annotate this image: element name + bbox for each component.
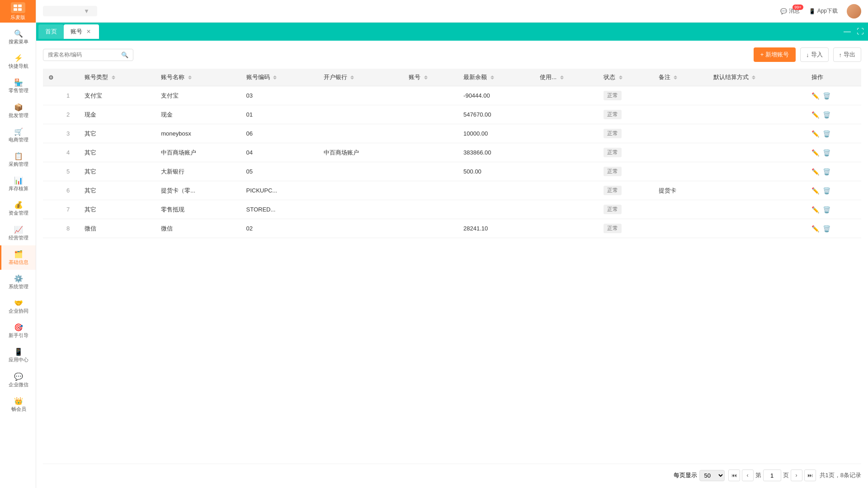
delete-icon[interactable]: 🗑️: [823, 130, 830, 137]
sidebar-item-finance-mgmt[interactable]: 💰 资金管理: [0, 196, 36, 221]
gear-icon[interactable]: ⚙: [48, 74, 54, 81]
row-gear: [43, 124, 61, 143]
col-balance[interactable]: 最新余额: [458, 69, 534, 86]
page-first-button[interactable]: ⏮: [728, 469, 740, 481]
row-status: 正常: [598, 86, 653, 105]
user-avatar[interactable]: [847, 4, 861, 19]
edit-icon[interactable]: ✏️: [811, 92, 819, 99]
tab-minimize-icon[interactable]: —: [842, 26, 853, 38]
row-actions: ✏️ 🗑️: [806, 143, 861, 162]
edit-icon[interactable]: ✏️: [811, 149, 819, 156]
col-index: [61, 69, 79, 86]
delete-icon[interactable]: 🗑️: [823, 225, 830, 232]
status-badge: 正常: [604, 110, 622, 119]
col-actions: 操作: [806, 69, 861, 86]
edit-icon[interactable]: ✏️: [811, 225, 819, 232]
tab-account[interactable]: 账号 ✕: [64, 24, 99, 39]
delete-icon[interactable]: 🗑️: [823, 92, 830, 99]
row-index: 5: [61, 162, 79, 181]
top-search-input[interactable]: [47, 8, 84, 14]
row-default-payment: [708, 181, 806, 200]
edit-icon[interactable]: ✏️: [811, 111, 819, 118]
page-total-info: 共1页，8条记录: [820, 471, 861, 479]
sidebar-item-search-menu[interactable]: 🔍 搜索菜单: [0, 25, 36, 49]
col-remark[interactable]: 备注: [653, 69, 708, 86]
sidebar-item-member[interactable]: 👑 畅会员: [0, 392, 36, 417]
edit-icon[interactable]: ✏️: [811, 206, 819, 213]
message-button[interactable]: 💬 消息 99+: [780, 7, 800, 15]
row-default-payment: [708, 105, 806, 124]
search-icon: 🔍: [121, 52, 128, 58]
delete-icon[interactable]: 🗑️: [823, 206, 830, 213]
row-type: 其它: [79, 200, 156, 219]
table-row: 7 其它 零售抵现 STORED... 正常 ✏️ 🗑️: [43, 200, 861, 219]
sidebar-item-purchase-mgmt[interactable]: 📋 采购管理: [0, 147, 36, 172]
export-button[interactable]: ↑ 导出: [833, 47, 862, 62]
page-size-select: 每页显示 50 100 200: [674, 470, 725, 481]
delete-icon[interactable]: 🗑️: [823, 187, 830, 194]
page-next-button[interactable]: ›: [791, 469, 802, 481]
page-suffix: 页: [783, 471, 789, 479]
sort-account-icon: [424, 75, 428, 80]
col-name[interactable]: 账号名称: [156, 69, 241, 86]
col-status[interactable]: 状态: [598, 69, 653, 86]
sort-code-icon: [273, 75, 277, 80]
edit-icon[interactable]: ✏️: [811, 130, 819, 137]
sidebar-item-quick-nav[interactable]: ⚡ 快捷导航: [0, 49, 36, 74]
tab-maximize-icon[interactable]: ⛶: [855, 26, 866, 38]
table-row: 8 微信 微信 02 28241.10 正常 ✏️ 🗑️: [43, 219, 861, 238]
row-account: [403, 86, 458, 105]
sidebar-item-inventory-mgmt[interactable]: 📊 库存核算: [0, 172, 36, 196]
sidebar-item-retail-mgmt[interactable]: 🏪 零售管理: [0, 74, 36, 98]
sidebar-item-app-center[interactable]: 📱 应用中心: [0, 343, 36, 367]
page-number-input[interactable]: [763, 469, 781, 481]
page-last-button[interactable]: ⏭: [804, 469, 816, 481]
search-input[interactable]: [48, 52, 119, 58]
status-badge: 正常: [604, 91, 622, 100]
sidebar-item-label: 搜索菜单: [9, 39, 28, 45]
sidebar-item-operation-mgmt[interactable]: 📈 经营管理: [0, 221, 36, 245]
top-header: ▼ 💬 消息 99+ 📱 App下载: [36, 0, 868, 23]
edit-icon[interactable]: ✏️: [811, 168, 819, 175]
delete-icon[interactable]: 🗑️: [823, 111, 830, 118]
tab-close-icon[interactable]: ✕: [85, 28, 92, 35]
delete-icon[interactable]: 🗑️: [823, 149, 830, 156]
sidebar-item-ecommerce-mgmt[interactable]: 🛒 电商管理: [0, 123, 36, 147]
sidebar-item-enterprise-wechat[interactable]: 💬 企业微信: [0, 368, 36, 392]
tab-home-label: 首页: [45, 28, 57, 36]
sidebar-item-system-mgmt[interactable]: ⚙️ 系统管理: [0, 270, 36, 294]
row-index: 2: [61, 105, 79, 124]
row-account: [403, 219, 458, 238]
search-box[interactable]: 🔍: [43, 49, 133, 61]
sidebar-item-enterprise-agreement[interactable]: 🤝 企业协同: [0, 294, 36, 319]
tab-home[interactable]: 首页: [38, 24, 64, 39]
row-balance: 383866.00: [458, 143, 534, 162]
table-row: 3 其它 moneybosx 06 10000.00 正常 ✏️ 🗑️: [43, 124, 861, 143]
per-page-select[interactable]: 50 100 200: [699, 470, 725, 481]
sidebar-item-label: 经营管理: [9, 235, 28, 241]
row-index: 7: [61, 200, 79, 219]
export-icon: ↑: [839, 52, 842, 58]
sidebar-item-wholesale-mgmt[interactable]: 📦 批发管理: [0, 99, 36, 123]
top-search-box[interactable]: ▼: [43, 6, 97, 16]
col-bank[interactable]: 开户银行: [318, 69, 403, 86]
row-type: 微信: [79, 219, 156, 238]
sidebar-item-new-guide[interactable]: 🎯 新手引导: [0, 319, 36, 343]
row-gear: [43, 181, 61, 200]
col-default-payment[interactable]: 默认结算方式: [708, 69, 806, 86]
col-account[interactable]: 账号: [403, 69, 458, 86]
row-code: 05: [241, 162, 318, 181]
edit-icon[interactable]: ✏️: [811, 187, 819, 194]
sidebar-item-label: 畅会员: [11, 406, 26, 412]
add-account-button[interactable]: + 新增账号: [754, 47, 796, 62]
col-type[interactable]: 账号类型: [79, 69, 156, 86]
svg-rect-1: [18, 5, 22, 7]
col-code[interactable]: 账号编码: [241, 69, 318, 86]
col-usage[interactable]: 使用...: [534, 69, 598, 86]
row-balance: 10000.00: [458, 124, 534, 143]
delete-icon[interactable]: 🗑️: [823, 168, 830, 175]
import-button[interactable]: ↓ 导入: [800, 47, 829, 62]
page-prev-button[interactable]: ‹: [742, 469, 754, 481]
app-download-button[interactable]: 📱 App下载: [809, 7, 838, 15]
sidebar-item-basic-info[interactable]: 🗂️ 基础信息: [0, 245, 36, 270]
